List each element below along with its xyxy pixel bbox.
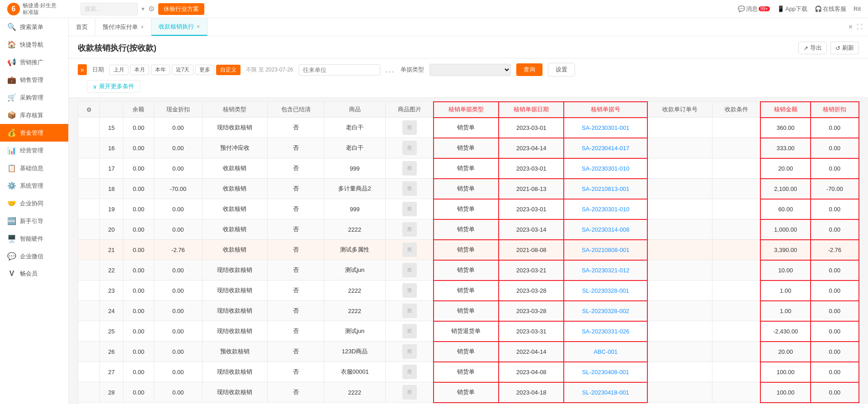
filter-more-btn[interactable]: 更多: [195, 65, 214, 75]
table-wrapper[interactable]: ⚙ 余额 现金折扣 核销类型 包含已结清 商品 商品图片 核销单据类型 核销单据…: [69, 98, 868, 404]
col-writeoff-type: 收款核销: [202, 158, 267, 179]
close-all-icon[interactable]: ✕: [848, 24, 853, 30]
col-goods: 2222: [324, 301, 386, 321]
sidebar-item-guide[interactable]: 🆕 新手引导: [0, 212, 68, 230]
dropdown-arrow-icon[interactable]: ▾: [142, 5, 145, 12]
sidebar-item-member[interactable]: V 畅会员: [0, 265, 68, 282]
filter-this-year-btn[interactable]: 本年: [151, 65, 170, 75]
col-receipt-order-no: [647, 240, 712, 260]
col-writeoff-no: SA-20230301-001: [564, 118, 647, 138]
col-settings-header[interactable]: ⚙: [78, 102, 100, 118]
sidebar-item-search[interactable]: 🔍 搜索菜单: [0, 18, 68, 36]
counterparty-input[interactable]: [299, 64, 380, 76]
filter-this-month-btn[interactable]: 本月: [130, 65, 149, 75]
col-has-settled: 否: [267, 219, 324, 240]
sidebar-item-marketing[interactable]: 📢 营销推广: [0, 53, 68, 71]
col-receipt-condition: [712, 179, 760, 199]
col-writeoff-date: 2021-08-13: [499, 179, 564, 199]
table-row: 19 0.00 0.00 收款核销 否 999 图 销货单 2023-03-01…: [78, 199, 859, 219]
filter-7days-btn[interactable]: 近7天: [172, 65, 194, 75]
sidebar-item-inventory[interactable]: 📦 库存核算: [0, 106, 68, 124]
col-receipt-condition: [712, 138, 760, 158]
col-writeoff-amount-header: 核销金额: [760, 102, 811, 118]
col-writeoff-date: 2021-08-08: [499, 240, 564, 260]
industry-btn[interactable]: 休验行业方案: [158, 3, 204, 15]
col-receipt-condition: [712, 382, 760, 403]
col-balance: 0.00: [123, 382, 154, 403]
tab-home[interactable]: 首页: [69, 18, 95, 36]
col-goods-image: 图: [386, 118, 434, 138]
col-settings: [78, 199, 100, 219]
filter-collapse-btn[interactable]: »: [78, 64, 87, 75]
tab-writeoff-close[interactable]: ×: [197, 24, 200, 30]
sidebar-item-base[interactable]: 📋 基础信息: [0, 159, 68, 177]
col-has-settled: 否: [267, 199, 324, 219]
col-balance: 0.00: [123, 179, 154, 199]
filter-setting-button[interactable]: 设置: [548, 63, 575, 76]
sidebar-item-label: 销售管理: [20, 76, 43, 84]
sidebar-item-finance[interactable]: 💰 资金管理: [0, 124, 68, 142]
col-no: 15: [100, 118, 123, 138]
user-name[interactable]: Rit: [854, 5, 861, 12]
sidebar-item-quicknav[interactable]: 🏠 快捷导航: [0, 36, 68, 53]
col-writeoff-amount: 3,390.00: [760, 240, 811, 260]
sidebar-item-system[interactable]: ⚙️ 系统管理: [0, 177, 68, 195]
online-service-item[interactable]: 🎧 在线客服: [815, 5, 846, 13]
col-writeoff-amount: 1.00: [760, 301, 811, 321]
query-button[interactable]: 查询: [516, 63, 542, 76]
app-download-item[interactable]: 📱 App下载: [777, 5, 807, 13]
refresh-button[interactable]: ↺ 刷新: [830, 42, 859, 54]
col-cash-discount: 0.00: [154, 199, 202, 219]
sidebar-item-label: 资金管理: [20, 129, 43, 137]
filter-last-month-btn[interactable]: 上月: [109, 65, 128, 75]
col-writeoff-type: 现结收款核销: [202, 280, 267, 301]
col-receipt-order-no: [647, 179, 712, 199]
col-no: 16: [100, 138, 123, 158]
col-writeoff-date: 2023-04-18: [499, 382, 564, 403]
table-row: 21 0.00 -2.76 收款核销 否 测试多属性 图 销货单 2021-08…: [78, 240, 859, 260]
col-writeoff-discount: 0.00: [811, 280, 859, 301]
top-bar-center: 搜索... ▾ ⚙ 休验行业方案: [80, 3, 732, 15]
filter-custom-btn[interactable]: 自定义: [216, 65, 241, 75]
tab-prepay-close[interactable]: ×: [141, 24, 144, 30]
col-goods-image: 图: [386, 199, 434, 219]
col-receipt-condition: [712, 321, 760, 342]
col-balance: 0.00: [123, 280, 154, 301]
expand-icon[interactable]: ⛶: [857, 24, 863, 30]
sidebar-item-operation[interactable]: 📊 经营管理: [0, 142, 68, 159]
sidebar-item-hardware[interactable]: 🖥️ 智能硬件: [0, 230, 68, 247]
col-no: 23: [100, 280, 123, 301]
export-button[interactable]: ↗ 导出: [798, 42, 827, 54]
col-writeoff-discount: -70.00: [811, 179, 859, 199]
tab-writeoff[interactable]: 收款核销执行 ×: [151, 18, 208, 36]
col-writeoff-discount: -2.76: [811, 240, 859, 260]
tab-writeoff-label: 收款核销执行: [159, 23, 194, 31]
message-item[interactable]: 💬 消息 99+: [738, 5, 770, 13]
sidebar-item-corp[interactable]: 🤝 企业协同: [0, 195, 68, 212]
col-cash-discount: 0.00: [154, 362, 202, 382]
sidebar-item-label: 智能硬件: [20, 235, 43, 243]
col-cash-discount: 0.00: [154, 342, 202, 362]
col-balance: 0.00: [123, 158, 154, 179]
col-balance: 0.00: [123, 301, 154, 321]
col-goods-header: 商品: [324, 102, 386, 118]
col-balance: 0.00: [123, 342, 154, 362]
tab-prepay[interactable]: 预付冲应付单 ×: [95, 18, 151, 36]
col-receipt-order-no: [647, 219, 712, 240]
sidebar-item-purchase[interactable]: 🛒 采购管理: [0, 89, 68, 106]
export-icon: ↗: [803, 45, 808, 52]
counterparty-dots[interactable]: ...: [386, 65, 395, 75]
col-goods: 测试jun: [324, 321, 386, 342]
col-receipt-order-no: [647, 382, 712, 403]
sidebar-item-wechat[interactable]: 💬 企业微信: [0, 247, 68, 265]
settings-button[interactable]: ⚙: [148, 5, 155, 13]
voucher-type-select[interactable]: [429, 64, 511, 76]
col-writeoff-date: 2023-03-14: [499, 219, 564, 240]
col-has-settled: 否: [267, 158, 324, 179]
col-writeoff-voucher-type: 销货单: [434, 138, 499, 158]
logo-icon: 6: [7, 3, 20, 15]
col-settings: [78, 219, 100, 240]
expand-more-btn[interactable]: ∨ 展开更多条件: [87, 80, 140, 93]
col-receipt-order-no: [647, 118, 712, 138]
sidebar-item-sales[interactable]: 💼 销售管理: [0, 71, 68, 89]
